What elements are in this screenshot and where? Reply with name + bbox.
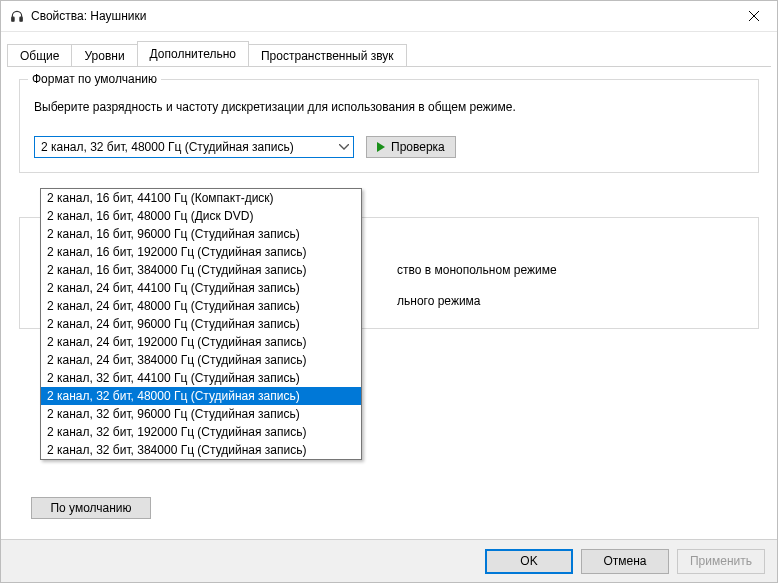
sample-format-option[interactable]: 2 канал, 32 бит, 44100 Гц (Студийная зап… (41, 369, 361, 387)
sample-format-option[interactable]: 2 канал, 32 бит, 384000 Гц (Студийная за… (41, 441, 361, 459)
sample-format-dropdown-list[interactable]: 2 канал, 16 бит, 44100 Гц (Компакт-диск)… (40, 188, 362, 460)
sample-format-option[interactable]: 2 канал, 24 бит, 44100 Гц (Студийная зап… (41, 279, 361, 297)
chevron-down-icon (335, 137, 353, 157)
sample-format-combobox[interactable]: 2 канал, 32 бит, 48000 Гц (Студийная зап… (34, 136, 354, 158)
default-format-legend: Формат по умолчанию (28, 72, 161, 86)
sample-format-selected: 2 канал, 32 бит, 48000 Гц (Студийная зап… (41, 140, 335, 154)
default-format-description: Выберите разрядность и частоту дискретиз… (34, 98, 744, 116)
tab-levels[interactable]: Уровни (71, 44, 137, 67)
tab-advanced[interactable]: Дополнительно (137, 41, 249, 66)
close-icon (749, 11, 759, 21)
sample-format-option[interactable]: 2 канал, 24 бит, 96000 Гц (Студийная зап… (41, 315, 361, 333)
sample-format-option[interactable]: 2 канал, 16 бит, 192000 Гц (Студийная за… (41, 243, 361, 261)
sample-format-option[interactable]: 2 канал, 32 бит, 48000 Гц (Студийная зап… (41, 387, 361, 405)
sample-format-option[interactable]: 2 канал, 24 бит, 48000 Гц (Студийная зап… (41, 297, 361, 315)
properties-window: Свойства: Наушники Общие Уровни Дополнит… (0, 0, 778, 583)
tab-general[interactable]: Общие (7, 44, 72, 67)
sample-format-option[interactable]: 2 канал, 24 бит, 384000 Гц (Студийная за… (41, 351, 361, 369)
exclusive-mode-line1-fragment: ство в монопольном режиме (397, 263, 557, 277)
sample-format-option[interactable]: 2 канал, 16 бит, 48000 Гц (Диск DVD) (41, 207, 361, 225)
sample-format-option[interactable]: 2 канал, 32 бит, 192000 Гц (Студийная за… (41, 423, 361, 441)
tab-spatial-sound[interactable]: Пространственный звук (248, 44, 407, 67)
test-button[interactable]: Проверка (366, 136, 456, 158)
exclusive-mode-line2-fragment: льного режима (397, 294, 481, 308)
headphones-icon (9, 8, 25, 24)
titlebar: Свойства: Наушники (1, 1, 777, 32)
cancel-button[interactable]: Отмена (581, 549, 669, 574)
apply-button[interactable]: Применить (677, 549, 765, 574)
tab-strip: Общие Уровни Дополнительно Пространствен… (1, 32, 777, 66)
sample-format-option[interactable]: 2 канал, 24 бит, 192000 Гц (Студийная за… (41, 333, 361, 351)
svg-rect-0 (12, 17, 14, 21)
window-title: Свойства: Наушники (31, 9, 731, 23)
sample-format-option[interactable]: 2 канал, 16 бит, 44100 Гц (Компакт-диск) (41, 189, 361, 207)
close-button[interactable] (731, 1, 777, 31)
default-format-group: Формат по умолчанию Выберите разрядность… (19, 79, 759, 173)
ok-button[interactable]: OK (485, 549, 573, 574)
sample-format-option[interactable]: 2 канал, 16 бит, 96000 Гц (Студийная зап… (41, 225, 361, 243)
sample-format-option[interactable]: 2 канал, 16 бит, 384000 Гц (Студийная за… (41, 261, 361, 279)
dialog-footer: OK Отмена Применить (1, 539, 777, 582)
svg-rect-1 (20, 17, 22, 21)
sample-format-option[interactable]: 2 канал, 32 бит, 96000 Гц (Студийная зап… (41, 405, 361, 423)
play-icon (377, 142, 385, 152)
restore-defaults-button[interactable]: По умолчанию (31, 497, 151, 519)
